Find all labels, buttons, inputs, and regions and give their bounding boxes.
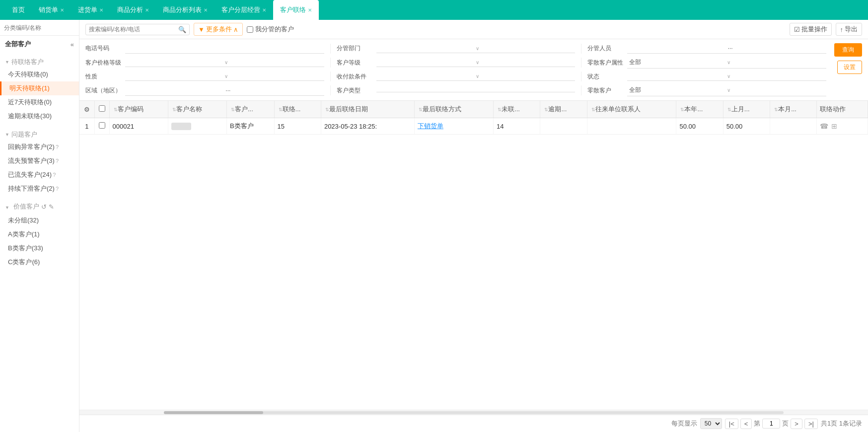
status-chevron: ∨ bbox=[727, 73, 824, 79]
filter-nature-select[interactable]: ∨ bbox=[125, 72, 324, 81]
value-refresh-icon[interactable]: ↺ bbox=[41, 203, 47, 211]
th-this-year[interactable]: ⇅本年... bbox=[676, 101, 723, 118]
total-label: 共1页 1条记录 bbox=[821, 419, 862, 428]
sidebar-item-churn-warn[interactable]: 流失预警客户(3) ? bbox=[0, 154, 79, 168]
filter-scatter: 零散客户 全部 ∨ bbox=[587, 84, 826, 96]
nav-customer-contact-close[interactable]: ✕ bbox=[308, 7, 312, 13]
filter-type-select[interactable] bbox=[376, 89, 576, 92]
filter-region-select[interactable]: ··· bbox=[125, 85, 324, 96]
my-customer-checkbox[interactable] bbox=[247, 26, 253, 33]
sidebar-collapse-icon[interactable]: « bbox=[71, 41, 74, 48]
filter-scatter-select[interactable]: 全部 ∨ bbox=[627, 57, 826, 69]
info-icon-1: ? bbox=[56, 158, 59, 164]
scatter2-chevron: ∨ bbox=[727, 87, 824, 93]
nav-product-analysis[interactable]: 商品分析 ✕ bbox=[110, 0, 156, 20]
filter-dept-select[interactable]: ∨ bbox=[376, 44, 576, 53]
th-last-contact-date[interactable]: ⇅最后联络日期 bbox=[321, 101, 414, 118]
filter-phone-input[interactable] bbox=[125, 43, 324, 54]
nav-purchase-close[interactable]: ✕ bbox=[99, 7, 103, 13]
filter-payment-select[interactable]: ∨ bbox=[376, 72, 576, 81]
nav-product-list-close[interactable]: ✕ bbox=[204, 7, 208, 13]
sidebar-pending-section: 待联络客户 今天待联络(0) 明天待联络(1) 近7天待联络(0) 逾期未联络(… bbox=[0, 53, 79, 125]
next-page-btn[interactable]: > bbox=[791, 419, 802, 429]
sidebar-item-declining[interactable]: 持续下滑客户(2) ? bbox=[0, 182, 79, 196]
sidebar-item-7days[interactable]: 近7天待联络(0) bbox=[0, 95, 79, 109]
first-page-btn[interactable]: |< bbox=[725, 419, 738, 429]
td-last-method[interactable]: 下销货单 bbox=[414, 118, 493, 135]
filter-price-select[interactable]: ∨ bbox=[125, 58, 324, 67]
search-input[interactable] bbox=[89, 26, 178, 33]
divider-2 bbox=[581, 44, 581, 54]
action-icons-wrap: ☎ ⊞ bbox=[820, 122, 865, 130]
sidebar-problem-title[interactable]: 问题客户 bbox=[0, 127, 79, 140]
payment-chevron: ∨ bbox=[476, 73, 573, 79]
scrollbar-thumb[interactable] bbox=[164, 411, 263, 414]
filter-panel: 电话号码 分管部门 ∨ 分管人员 bbox=[79, 39, 868, 101]
nav-sales[interactable]: 销货单 ✕ bbox=[32, 0, 71, 20]
select-all-checkbox[interactable] bbox=[99, 105, 105, 112]
filter-scatter-attr: 零散客户属性 全部 ∨ bbox=[587, 57, 826, 69]
th-settings[interactable]: ⚙ bbox=[79, 101, 94, 118]
filter-level-select[interactable]: ∨ bbox=[376, 58, 576, 67]
level-chevron: ∨ bbox=[476, 60, 573, 65]
sidebar-item-repurchase[interactable]: 回购异常客户(2) ? bbox=[0, 140, 79, 154]
batch-op-btn[interactable]: ☑ 批量操作 bbox=[790, 23, 832, 36]
filter-manager-select[interactable]: ··· bbox=[627, 43, 826, 54]
export-icon: ↑ bbox=[840, 26, 844, 33]
filter-status-select[interactable]: ∨ bbox=[627, 72, 826, 81]
value-edit-icon[interactable]: ✎ bbox=[49, 203, 54, 211]
sidebar-item-c-class[interactable]: C类客户(6) bbox=[0, 255, 79, 269]
th-customer-name[interactable]: ⇅客户名称 bbox=[168, 101, 226, 118]
nav-customer-tier-close[interactable]: ✕ bbox=[262, 7, 266, 13]
manager-dots[interactable]: ··· bbox=[728, 45, 824, 52]
nav-product-analysis-list[interactable]: 商品分析列表 ✕ bbox=[156, 0, 215, 20]
th-this-month[interactable]: ⇅本月... bbox=[770, 101, 817, 118]
sidebar-item-a-class[interactable]: A类客户(1) bbox=[0, 227, 79, 241]
sidebar-item-today[interactable]: 今天待联络(0) bbox=[0, 68, 79, 81]
th-unlinked[interactable]: ⇅未联... bbox=[494, 101, 540, 118]
sidebar-item-churned[interactable]: 已流失客户(24) ? bbox=[0, 168, 79, 182]
th-overdue[interactable]: ⇅逾期... bbox=[540, 101, 587, 118]
last-page-btn[interactable]: >| bbox=[804, 419, 818, 429]
sidebar-item-overdue[interactable]: 逾期未联络(30) bbox=[0, 109, 79, 123]
nav-customer-tier[interactable]: 客户分层经营 ✕ bbox=[215, 0, 273, 20]
export-btn[interactable]: ↑ 导出 bbox=[836, 23, 863, 36]
last-method-link[interactable]: 下销货单 bbox=[418, 122, 443, 130]
filter-scatter2-select[interactable]: 全部 ∨ bbox=[627, 84, 826, 96]
query-button[interactable]: 查询 bbox=[834, 43, 862, 57]
th-last-contact-method[interactable]: ⇅最后联络方式 bbox=[414, 101, 493, 118]
th-customer-code[interactable]: ⇅客户编码 bbox=[109, 101, 168, 118]
row-checkbox[interactable] bbox=[99, 122, 105, 129]
nav-sales-close[interactable]: ✕ bbox=[60, 7, 64, 13]
sidebar-all-customers[interactable]: 全部客户 « bbox=[0, 36, 79, 53]
page-input[interactable] bbox=[762, 419, 780, 429]
more-action-icon[interactable]: ⊞ bbox=[831, 122, 837, 130]
sidebar-item-ungrouped[interactable]: 未分组(32) bbox=[0, 214, 79, 227]
sidebar-item-b-class[interactable]: B类客户(33) bbox=[0, 241, 79, 255]
th-last-month[interactable]: ⇅上月... bbox=[723, 101, 770, 118]
th-contact-count[interactable]: ⇅联络... bbox=[274, 101, 321, 118]
table-header-row: ⚙ ⇅客户编码 ⇅客户名称 ⇅客户... ⇅联络... ⇅最后联络日期 ⇅最后联… bbox=[79, 101, 868, 118]
th-customer-type[interactable]: ⇅客户... bbox=[226, 101, 274, 118]
nav-product-analysis-close[interactable]: ✕ bbox=[145, 7, 149, 13]
nav-home[interactable]: 首页 bbox=[5, 0, 32, 20]
scrollbar-track[interactable] bbox=[164, 411, 784, 414]
info-icon-0: ? bbox=[56, 144, 59, 150]
sidebar-search-input[interactable] bbox=[4, 24, 78, 31]
sidebar-value-title: 价值客户 ↺ ✎ bbox=[0, 200, 79, 214]
my-customer-checkbox-wrap[interactable]: 我分管的客户 bbox=[247, 25, 294, 34]
contact-action-icon[interactable]: ☎ bbox=[820, 122, 828, 130]
sidebar-pending-title[interactable]: 待联络客户 bbox=[0, 55, 79, 68]
nav-purchase[interactable]: 进货单 ✕ bbox=[71, 0, 110, 20]
filter-payment: 收付款条件 ∨ bbox=[337, 72, 576, 81]
more-filter-btn[interactable]: ▼ 更多条件 ∧ bbox=[194, 23, 243, 36]
prev-page-btn[interactable]: < bbox=[740, 419, 752, 429]
page-size-select[interactable]: 50 bbox=[700, 418, 722, 429]
scrollbar-area bbox=[79, 410, 868, 415]
th-contact-person[interactable]: ⇅往来单位联系人 bbox=[587, 101, 676, 118]
region-dots[interactable]: ··· bbox=[225, 87, 322, 94]
sidebar-item-tomorrow[interactable]: 明天待联络(1) bbox=[0, 81, 79, 95]
nav-customer-contact[interactable]: 客户联络 ✕ bbox=[273, 0, 319, 20]
set-button[interactable]: 设置 bbox=[837, 61, 862, 74]
search-icon[interactable]: 🔍 bbox=[178, 26, 186, 33]
